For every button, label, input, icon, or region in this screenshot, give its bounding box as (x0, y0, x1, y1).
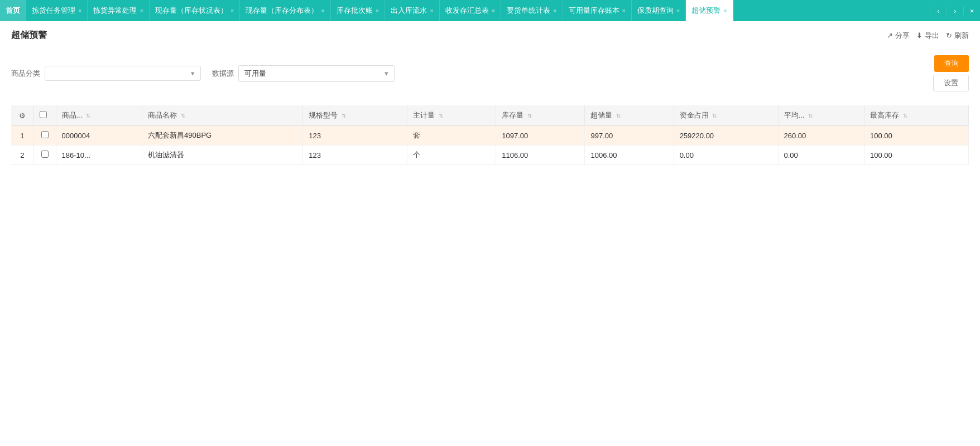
product-name-cell: 六配套新昌490BPG (142, 126, 303, 146)
gear-icon: ⚙ (19, 112, 26, 120)
row-checkbox[interactable] (41, 131, 49, 138)
export-button[interactable]: ⬇ 导出 (916, 31, 939, 41)
nav-home[interactable]: 首页 (0, 0, 26, 21)
overstock-qty-cell: 997.00 (585, 126, 674, 146)
nav-inventory-dist-close[interactable]: × (321, 7, 324, 14)
nav-task-mgmt-close[interactable]: × (78, 7, 81, 14)
page-header: 超储预警 ↗ 分享 ⬇ 导出 ↻ 刷新 (11, 30, 969, 41)
nav-available-ledger[interactable]: 可用量库存账本 × (563, 0, 632, 21)
nav-inventory-status[interactable]: 现存量（库存状况表） × (150, 0, 240, 21)
unit-col-header[interactable]: 主计量 ⇅ (407, 105, 496, 126)
export-icon: ⬇ (916, 31, 923, 40)
product-name-col-label: 商品名称 (148, 111, 177, 119)
row-num-cell: 1 (11, 126, 33, 146)
share-label: 分享 (895, 31, 910, 41)
avg-col-label: 平均... (784, 111, 805, 119)
query-button[interactable]: 查询 (934, 55, 969, 72)
spec-cell: 123 (303, 146, 407, 165)
row-num-cell: 2 (11, 146, 33, 165)
nav-inventory-status-close[interactable]: × (230, 7, 234, 14)
datasource-value: 可用量 (244, 69, 266, 79)
category-select[interactable]: ▾ (45, 66, 201, 81)
spec-sort-icon: ⇅ (342, 113, 346, 119)
category-filter: 商品分类 ▾ (11, 66, 201, 81)
filter-bar: 商品分类 ▾ 数据源 可用量 ▾ 查询 设置 (11, 50, 969, 97)
overstock-sort-icon: ⇅ (616, 113, 621, 119)
overstock-qty-col-header[interactable]: 超储量 ⇅ (585, 105, 674, 126)
max-stock-cell: 100.00 (864, 126, 969, 146)
nav-abnormal-close[interactable]: × (140, 7, 143, 14)
spec-col-header[interactable]: 规格型号 ⇅ (303, 105, 407, 126)
checkbox-col-header[interactable] (33, 105, 56, 126)
nav-overstock-warning[interactable]: 超储预警 × (686, 0, 733, 21)
stock-qty-col-header[interactable]: 库存量 ⇅ (496, 105, 585, 126)
capital-sort-icon: ⇅ (712, 113, 717, 119)
avg-sort-icon: ⇅ (808, 113, 813, 119)
max-stock-col-header[interactable]: 最高库存 ⇅ (864, 105, 969, 126)
nav-expiry-check[interactable]: 保质期查询 × (632, 0, 686, 21)
nav-receive-send[interactable]: 收发存汇总表 × (440, 0, 501, 21)
nav-inventory-dist[interactable]: 现存量（库存分布表） × (240, 0, 330, 21)
chevron-down-icon: ▾ (191, 69, 195, 77)
product-name-col-header[interactable]: 商品名称 ⇅ (142, 105, 303, 126)
unit-cell: 套 (407, 126, 496, 146)
nav-abnormal[interactable]: 拣货异常处理 × (88, 0, 149, 21)
nav-inventory-status-label: 现存量（库存状况表） (155, 6, 228, 16)
nav-in-out-flow[interactable]: 出入库流水 × (385, 0, 439, 21)
nav-order-stats-label: 要货单统计表 (507, 6, 550, 16)
datasource-filter: 数据源 可用量 ▾ (212, 65, 395, 82)
nav-batch-account[interactable]: 库存批次账 × (331, 0, 385, 21)
capital-use-cell: 259220.00 (674, 126, 778, 146)
data-table: ⚙ 商品... ⇅ 商品名称 ⇅ 规格型号 ⇅ 主计量 (11, 105, 969, 165)
nav-receive-send-label: 收发存汇总表 (445, 6, 489, 16)
nav-available-ledger-label: 可用量库存账本 (569, 6, 619, 16)
product-code-sort-icon: ⇅ (86, 113, 90, 119)
nav-batch-account-label: 库存批次账 (337, 6, 373, 16)
nav-overstock-warning-label: 超储预警 (691, 6, 720, 16)
share-button[interactable]: ↗ 分享 (887, 31, 910, 41)
capital-use-col-label: 资金占用 (680, 111, 709, 119)
max-stock-cell: 100.00 (864, 146, 969, 165)
nav-overstock-warning-close[interactable]: × (723, 7, 727, 14)
row-checkbox[interactable] (41, 151, 49, 158)
capital-use-cell: 0.00 (674, 146, 778, 165)
nav-expiry-check-close[interactable]: × (676, 7, 680, 14)
product-name-cell: 机油滤清器 (142, 146, 303, 165)
table-row: 2 186-10... 机油滤清器 123 个 1106.00 1006.00 … (11, 146, 969, 165)
nav-prev-arrow[interactable]: ‹ (930, 7, 947, 15)
product-name-sort-icon: ⇅ (181, 113, 185, 119)
nav-home-label: 首页 (6, 6, 20, 16)
row-checkbox-cell[interactable] (33, 126, 56, 146)
avg-col-header[interactable]: 平均... ⇅ (778, 105, 864, 126)
select-all-checkbox[interactable] (40, 111, 47, 118)
header-actions: ↗ 分享 ⬇ 导出 ↻ 刷新 (887, 31, 969, 41)
unit-col-label: 主计量 (413, 111, 435, 119)
nav-close-arrow[interactable]: × (963, 7, 980, 15)
product-code-col-header[interactable]: 商品... ⇅ (56, 105, 142, 126)
row-checkbox-cell[interactable] (33, 146, 56, 165)
datasource-chevron-icon: ▾ (385, 69, 388, 77)
stock-qty-col-label: 库存量 (502, 111, 523, 119)
avg-cell: 0.00 (778, 146, 864, 165)
nav-expiry-check-label: 保质期查询 (637, 6, 674, 16)
nav-order-stats[interactable]: 要货单统计表 × (501, 0, 563, 21)
datasource-select[interactable]: 可用量 ▾ (238, 65, 395, 82)
nav-next-arrow[interactable]: › (947, 7, 963, 15)
settings-button[interactable]: 设置 (933, 75, 969, 91)
nav-batch-account-close[interactable]: × (376, 7, 379, 14)
gear-col-header[interactable]: ⚙ (11, 105, 33, 126)
table-header-row: ⚙ 商品... ⇅ 商品名称 ⇅ 规格型号 ⇅ 主计量 (11, 105, 969, 126)
refresh-button[interactable]: ↻ 刷新 (946, 31, 969, 41)
overstock-qty-col-label: 超储量 (590, 111, 612, 119)
nav-task-mgmt[interactable]: 拣货任务管理 × (26, 0, 88, 21)
nav-order-stats-close[interactable]: × (553, 7, 556, 14)
avg-cell: 260.00 (778, 126, 864, 146)
capital-use-col-header[interactable]: 资金占用 ⇅ (674, 105, 778, 126)
datasource-label: 数据源 (212, 69, 234, 79)
nav-receive-send-close[interactable]: × (492, 7, 495, 14)
nav-in-out-flow-label: 出入库流水 (391, 6, 427, 16)
refresh-label: 刷新 (954, 31, 969, 41)
spec-col-label: 规格型号 (309, 111, 338, 119)
nav-available-ledger-close[interactable]: × (622, 7, 626, 14)
nav-in-out-flow-close[interactable]: × (430, 7, 433, 14)
